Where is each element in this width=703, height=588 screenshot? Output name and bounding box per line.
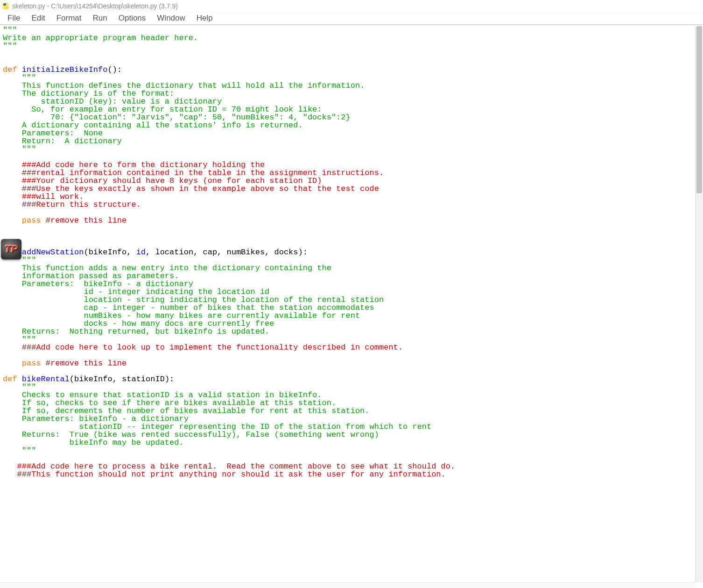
code-line: """ bbox=[3, 446, 36, 455]
code-token: pass bbox=[22, 359, 41, 368]
code-line: Returns: Nothing returned, but bikeInfo … bbox=[3, 327, 269, 336]
code-token bbox=[3, 359, 22, 368]
code-line: ###Return this structure. bbox=[3, 200, 141, 209]
code-line: ###This function should not print anythi… bbox=[3, 470, 446, 479]
menu-edit[interactable]: Edit bbox=[26, 13, 50, 24]
code-line: ###Add code here to look up to implement… bbox=[3, 343, 403, 352]
code-token: , location, cap, numBikes, docks): bbox=[146, 248, 308, 257]
menu-bar: File Edit Format Run Options Window Help bbox=[0, 12, 703, 25]
window-title: skeleton.py - C:\Users\14254\Desktop\ske… bbox=[12, 2, 178, 10]
menu-format[interactable]: Format bbox=[51, 13, 87, 24]
scrollbar-thumb[interactable] bbox=[696, 26, 702, 193]
menu-options[interactable]: Options bbox=[113, 13, 152, 24]
code-token: #remove this line bbox=[46, 216, 127, 225]
watermark-label: TP bbox=[5, 243, 18, 255]
code-line: """ bbox=[3, 145, 36, 154]
menu-file[interactable]: File bbox=[2, 13, 26, 24]
code-editor[interactable]: """ Write an appropriate program header … bbox=[0, 25, 703, 479]
vertical-scrollbar[interactable] bbox=[695, 26, 703, 582]
code-token: #remove this line bbox=[46, 359, 127, 368]
horizontal-scrollbar[interactable] bbox=[0, 582, 695, 588]
code-token bbox=[41, 359, 46, 368]
python-icon bbox=[2, 2, 9, 10]
menu-window[interactable]: Window bbox=[151, 13, 190, 24]
title-bar: skeleton.py - C:\Users\14254\Desktop\ske… bbox=[0, 0, 703, 12]
code-token: (bikeInfo, bbox=[84, 248, 136, 257]
code-token: id bbox=[136, 248, 146, 257]
code-token: pass bbox=[22, 216, 41, 225]
code-token: (bikeInfo, stationID): bbox=[70, 375, 174, 384]
code-line: """ bbox=[3, 42, 17, 50]
watermark-badge: TP bbox=[1, 239, 21, 259]
code-token: (): bbox=[107, 65, 122, 74]
menu-help[interactable]: Help bbox=[191, 13, 218, 24]
code-token bbox=[3, 216, 22, 225]
code-token bbox=[41, 216, 46, 225]
code-line: Write an appropriate program header here… bbox=[3, 34, 198, 42]
menu-run[interactable]: Run bbox=[87, 13, 113, 24]
